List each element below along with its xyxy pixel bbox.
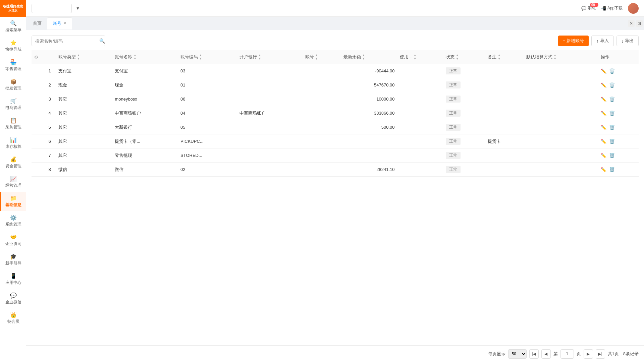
th-type[interactable]: 账号类型 ▲▼: [56, 50, 112, 64]
app-download-button[interactable]: 📲 App下载: [601, 5, 623, 11]
sidebar-item-inventory-calc[interactable]: 📊 库存核算: [0, 133, 26, 153]
edit-button-5[interactable]: ✏️: [601, 139, 606, 144]
wholesale-icon: 📦: [2, 78, 24, 85]
sidebar-item-app-center[interactable]: 📱 应用中心: [0, 269, 26, 289]
edit-button-0[interactable]: ✏️: [601, 68, 606, 74]
sidebar-item-ecommerce-mgmt[interactable]: 🛒 电商管理: [0, 95, 26, 114]
sidebar-item-system-mgmt[interactable]: ⚙️ 系统管理: [0, 211, 26, 231]
delete-button-1[interactable]: 🗑️: [609, 82, 615, 88]
next-page-button[interactable]: ▶: [584, 349, 593, 359]
enterprise-icon: 🤝: [2, 234, 24, 240]
td-actions-2: ✏️ 🗑️: [598, 92, 639, 106]
user-avatar[interactable]: [628, 3, 639, 14]
delete-button-3[interactable]: 🗑️: [609, 111, 615, 116]
per-page-select[interactable]: 50 20 100: [508, 349, 527, 359]
edit-button-7[interactable]: ✏️: [601, 167, 606, 172]
sidebar-item-enterprise-wechat[interactable]: 💬 企业微信: [0, 289, 26, 308]
td-balance-7: 28241.10: [341, 163, 397, 177]
td-type-2: 其它: [56, 92, 112, 106]
add-account-button[interactable]: + 新增账号: [558, 36, 589, 46]
search-button[interactable]: 🔍: [99, 38, 105, 44]
th-account[interactable]: 账号 ▲▼: [303, 50, 341, 64]
topbar-search-input[interactable]: [32, 4, 72, 13]
td-name-4: 大新银行: [112, 120, 178, 134]
page-number-input[interactable]: 1: [560, 349, 574, 359]
sidebar: 畅捷通好生意 乐透版 🔍 搜索菜单 ⭐ 快捷导航 🏪 零售管理 📦 批发管理 🛒…: [0, 0, 26, 362]
th-usage[interactable]: 使用... ▲▼: [397, 50, 443, 64]
td-status-6: 正常: [443, 148, 485, 163]
first-page-button[interactable]: |◀: [529, 349, 539, 359]
delete-button-5[interactable]: 🗑️: [609, 139, 615, 144]
table-row: 1 支付宝 支付宝 03 -90444.00 正常 ✏️ 🗑️: [32, 64, 639, 78]
tab-home-label: 首页: [33, 20, 42, 26]
td-usage-4: [397, 120, 443, 134]
tab-home[interactable]: 首页: [28, 17, 47, 29]
delete-button-0[interactable]: 🗑️: [609, 68, 615, 74]
td-actions-1: ✏️ 🗑️: [598, 78, 639, 92]
td-settings-6: [32, 148, 44, 163]
export-button[interactable]: ↓ 导出: [616, 36, 639, 46]
edit-button-2[interactable]: ✏️: [601, 97, 606, 102]
edit-button-1[interactable]: ✏️: [601, 82, 606, 88]
th-status[interactable]: 状态 ▲▼: [443, 50, 485, 64]
messages-button[interactable]: 💬 消息 99+: [581, 5, 596, 11]
maximize-window-button[interactable]: ⊡: [636, 20, 643, 27]
sidebar-item-finance-mgmt[interactable]: 💰 资金管理: [0, 153, 26, 172]
tab-accounts[interactable]: 账号 ✕: [47, 17, 72, 29]
delete-button-7[interactable]: 🗑️: [609, 167, 615, 172]
th-name[interactable]: 账号名称 ▲▼: [112, 50, 178, 64]
sidebar-item-label: 搜索菜单: [2, 27, 24, 33]
import-icon: ↑: [596, 39, 599, 44]
td-name-7: 微信: [112, 163, 178, 177]
td-status-0: 正常: [443, 64, 485, 78]
sidebar-item-wholesale-mgmt[interactable]: 📦 批发管理: [0, 75, 26, 95]
th-bank[interactable]: 开户银行 ▲▼: [237, 50, 303, 64]
td-name-5: 提货卡（零...: [112, 134, 178, 148]
th-settings[interactable]: ⚙: [32, 50, 44, 64]
td-name-3: 中百商场账户: [112, 106, 178, 120]
sidebar-item-new-user-guide[interactable]: 🎓 新手引导: [0, 250, 26, 269]
delete-button-6[interactable]: 🗑️: [609, 153, 615, 158]
th-balance-label: 最新余额: [343, 54, 361, 60]
td-default-payment-1: [524, 78, 598, 92]
delete-button-2[interactable]: 🗑️: [609, 97, 615, 102]
status-badge-6: 正常: [446, 152, 461, 159]
edit-button-4[interactable]: ✏️: [601, 125, 606, 130]
search-input[interactable]: [32, 36, 105, 46]
sidebar-item-retail-mgmt[interactable]: 🏪 零售管理: [0, 56, 26, 75]
th-code[interactable]: 账号编码 ▲▼: [178, 50, 237, 64]
sidebar-item-operations-mgmt[interactable]: 📈 经营管理: [0, 172, 26, 192]
th-remark-label: 备注: [488, 54, 496, 60]
th-balance[interactable]: 最新余额 ▲▼: [341, 50, 397, 64]
th-default-payment-label: 默认结算方式: [526, 54, 552, 60]
th-remark[interactable]: 备注 ▲▼: [485, 50, 523, 64]
ecommerce-icon: 🛒: [2, 98, 24, 104]
last-page-button[interactable]: ▶|: [596, 349, 605, 359]
sort-icon-account: ▲▼: [315, 54, 318, 60]
sidebar-item-search-menu[interactable]: 🔍 搜索菜单: [0, 17, 26, 36]
sidebar-item-quick-nav[interactable]: ⭐ 快捷导航: [0, 36, 26, 56]
edit-button-3[interactable]: ✏️: [601, 111, 606, 116]
tab-accounts-close[interactable]: ✕: [63, 21, 66, 25]
td-settings-2: [32, 92, 44, 106]
membership-icon: 👑: [2, 312, 24, 318]
td-status-7: 正常: [443, 163, 485, 177]
sidebar-item-purchase-mgmt[interactable]: 📋 采购管理: [0, 114, 26, 133]
sidebar-item-basic-info[interactable]: 📁 基础信息: [0, 192, 26, 211]
delete-button-4[interactable]: 🗑️: [609, 125, 615, 130]
td-status-2: 正常: [443, 92, 485, 106]
sidebar-item-enterprise-agreement[interactable]: 🤝 企业协同: [0, 231, 26, 250]
sidebar-item-membership[interactable]: 👑 畅会员: [0, 308, 26, 328]
search-bar: 🔍 + 新增账号 ↑ 导入 ↓ 导出: [32, 36, 639, 46]
td-default-payment-2: [524, 92, 598, 106]
close-window-button[interactable]: ✕: [628, 20, 635, 27]
prev-page-button[interactable]: ◀: [541, 349, 551, 359]
sidebar-item-label: 经营管理: [2, 183, 24, 188]
edit-button-6[interactable]: ✏️: [601, 153, 606, 158]
import-button[interactable]: ↑ 导入: [591, 36, 614, 46]
td-code-3: 04: [178, 106, 237, 120]
th-default-payment[interactable]: 默认结算方式 ▲▼: [524, 50, 598, 64]
td-type-0: 支付宝: [56, 64, 112, 78]
import-label: 导入: [600, 38, 609, 44]
topbar-dropdown[interactable]: ▼: [76, 6, 80, 11]
